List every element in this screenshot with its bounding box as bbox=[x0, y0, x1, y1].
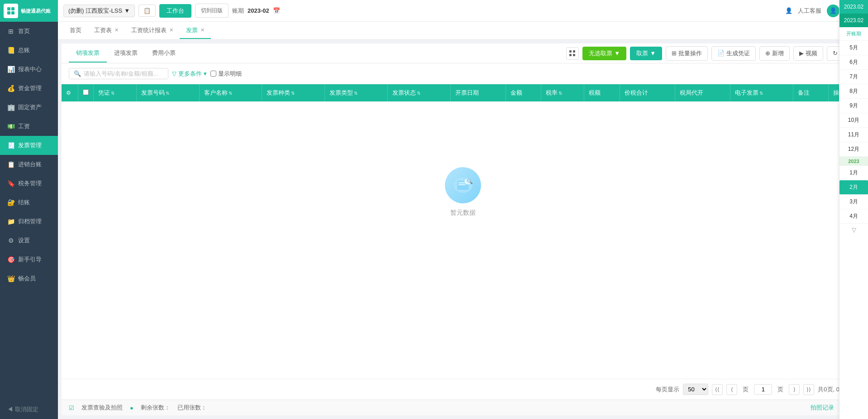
tab-home[interactable]: 首页 bbox=[63, 23, 88, 39]
more-filters-button[interactable]: ▽ 更多条件 ▾ bbox=[172, 70, 207, 78]
tab-salary-stats[interactable]: 工资统计报表 ✕ bbox=[125, 23, 180, 39]
month-5[interactable]: 5月 bbox=[839, 41, 868, 55]
col-checkbox[interactable] bbox=[78, 84, 93, 101]
grid-view-button[interactable] bbox=[566, 47, 579, 60]
col-invoice-category[interactable]: 发票类型⇅ bbox=[325, 84, 388, 101]
month-6[interactable]: 6月 bbox=[839, 55, 868, 70]
svg-rect-1 bbox=[11, 7, 14, 10]
sidebar-item-archive[interactable]: 📁 归档管理 bbox=[0, 212, 58, 231]
tabbar: 首页 工资表 ✕ 工资统计报表 ✕ 发票 ✕ ✕ ⛶ bbox=[58, 22, 868, 40]
sidebar-item-settings[interactable]: ⚙ 设置 bbox=[0, 231, 58, 250]
date-panel-down-arrow[interactable]: ▽ bbox=[839, 224, 868, 236]
search-input[interactable] bbox=[84, 70, 163, 77]
logo: 畅捷通易代账 bbox=[0, 0, 58, 22]
col-tax-total[interactable]: 价税合计 bbox=[620, 84, 675, 101]
sidebar-item-member[interactable]: 👑 畅会员 bbox=[0, 269, 58, 288]
month-11[interactable]: 11月 bbox=[839, 128, 868, 142]
page-input[interactable] bbox=[754, 384, 772, 395]
sidebar-item-tax[interactable]: 🔖 税务管理 bbox=[0, 174, 58, 193]
close-tab-invoices[interactable]: ✕ bbox=[200, 27, 205, 33]
period-label: 账期 bbox=[232, 7, 244, 15]
workbench-button[interactable]: 工作台 bbox=[159, 4, 191, 18]
show-detail-checkbox[interactable]: 显示明细 bbox=[210, 70, 242, 78]
sidebar-item-ledger[interactable]: 📒 总账 bbox=[0, 41, 58, 60]
sidebar-item-assets[interactable]: 🏢 固定资产 bbox=[0, 98, 58, 117]
add-record-link[interactable]: 拍照记录 bbox=[811, 404, 834, 412]
month-8[interactable]: 8月 bbox=[839, 84, 868, 99]
sidebar-item-label: 总账 bbox=[18, 46, 30, 54]
first-page-button[interactable]: ⟨⟨ bbox=[712, 384, 723, 395]
generate-voucher-button[interactable]: 📄 生成凭证 bbox=[711, 46, 756, 61]
col-remark[interactable]: 备注 bbox=[793, 84, 829, 101]
month-12[interactable]: 12月 bbox=[839, 142, 868, 157]
sidebar-item-close[interactable]: 🔐 结账 bbox=[0, 193, 58, 212]
month-10[interactable]: 10月 bbox=[839, 113, 868, 128]
show-detail-input[interactable] bbox=[210, 71, 216, 77]
month-1[interactable]: 1月 bbox=[839, 166, 868, 180]
sidebar-item-label: 工资 bbox=[18, 122, 30, 130]
calendar-icon: 📅 bbox=[273, 7, 280, 14]
col-tax-rate[interactable]: 税率⇅ bbox=[541, 84, 584, 101]
month-7[interactable]: 7月 bbox=[839, 70, 868, 84]
col-e-invoice[interactable]: 电子发票⇅ bbox=[730, 84, 793, 101]
svg-text:🔍: 🔍 bbox=[467, 178, 473, 184]
last-page-button[interactable]: ⟩⟩ bbox=[803, 384, 814, 395]
copy-button[interactable]: 📋 bbox=[138, 5, 156, 17]
sidebar-unpin-label: ◀ 取消固定 bbox=[7, 405, 38, 414]
sidebar-item-sales[interactable]: 📋 进销台账 bbox=[0, 155, 58, 174]
support-label[interactable]: 人工客服 bbox=[798, 7, 821, 15]
close-tab-salary-stats[interactable]: ✕ bbox=[169, 27, 173, 33]
sidebar-item-label: 资金管理 bbox=[18, 84, 42, 92]
sidebar-item-invoices[interactable]: 🧾 发票管理 bbox=[0, 136, 58, 155]
svg-rect-7 bbox=[458, 184, 465, 186]
video-button[interactable]: ▶ 视频 bbox=[793, 46, 823, 61]
date-panel-header1[interactable]: 2023.02 bbox=[839, 0, 868, 14]
col-voucher[interactable]: 凭证⇅ bbox=[93, 84, 136, 101]
date-panel-header2[interactable]: 2023.02 bbox=[839, 14, 868, 27]
tab-salary-table[interactable]: 工资表 ✕ bbox=[88, 23, 125, 39]
col-invoice-status[interactable]: 发票状态⇅ bbox=[387, 84, 450, 101]
tab-invoices[interactable]: 发票 ✕ bbox=[180, 23, 211, 39]
sidebar-item-reports[interactable]: 📊 报表中心 bbox=[0, 60, 58, 79]
sidebar-item-salary[interactable]: 💵 工资 bbox=[0, 117, 58, 136]
col-open-date[interactable]: 开票日期 bbox=[450, 84, 506, 101]
close-tab-salary-table[interactable]: ✕ bbox=[114, 27, 119, 33]
col-customer[interactable]: 客户名称⇅ bbox=[199, 84, 262, 101]
sidebar-item-home[interactable]: ⊞ 首页 bbox=[0, 22, 58, 41]
date-panel: 2023.02 2023.02 开账期 5月 6月 7月 8月 9月 10月 1… bbox=[839, 0, 868, 419]
sidebar-item-guide[interactable]: 🎯 新手引导 bbox=[0, 250, 58, 269]
col-invoice-type[interactable]: 发票种类⇅ bbox=[262, 84, 325, 101]
reports-icon: 📊 bbox=[7, 66, 14, 73]
support-icon: 👤 bbox=[785, 7, 792, 14]
sidebar-unpin[interactable]: ◀ 取消固定 bbox=[0, 400, 58, 419]
chevron-down-icon: ▼ bbox=[650, 50, 656, 57]
month-3[interactable]: 3月 bbox=[839, 195, 868, 209]
batch-ops-button[interactable]: ⊞ 批量操作 bbox=[666, 46, 708, 61]
col-settings[interactable]: ⚙ bbox=[62, 84, 78, 101]
col-tax-code[interactable]: 税局代开 bbox=[675, 84, 730, 101]
new-button[interactable]: ⊕ 新增 bbox=[759, 46, 790, 61]
next-page-button[interactable]: ⟩ bbox=[789, 384, 800, 395]
switch-version-button[interactable]: 切到旧版 bbox=[195, 4, 229, 18]
no-selection-button[interactable]: 无选取票 ▼ bbox=[582, 47, 626, 60]
subtab-sales-invoice[interactable]: 销项发票 bbox=[69, 44, 107, 63]
funds-icon: 💰 bbox=[7, 85, 14, 92]
user-avatar: 👤 bbox=[827, 5, 839, 17]
company-selector[interactable]: (勿删) 江西股宝-LSS ▼ bbox=[63, 5, 135, 17]
search-box[interactable]: 🔍 bbox=[69, 68, 168, 79]
per-page-select[interactable]: 50 100 200 bbox=[683, 384, 708, 395]
select-all-checkbox[interactable] bbox=[83, 89, 89, 95]
col-amount[interactable]: 金额 bbox=[506, 84, 541, 101]
month-9[interactable]: 9月 bbox=[839, 99, 868, 113]
sidebar-item-funds[interactable]: 💰 资金管理 bbox=[0, 79, 58, 98]
subtab-purchase-invoice[interactable]: 进项发票 bbox=[107, 44, 145, 63]
subtab-expense-receipt[interactable]: 费用小票 bbox=[145, 44, 183, 63]
col-invoice-no[interactable]: 发票号码⇅ bbox=[136, 84, 199, 101]
table-container: ⚙ 凭证⇅ 发票号码⇅ 客户名称⇅ 发票种类⇅ 发票类型⇅ 发票状态⇅ 开票日期… bbox=[62, 84, 864, 379]
col-tax[interactable]: 税额 bbox=[584, 84, 620, 101]
take-ticket-button[interactable]: 取票 ▼ bbox=[630, 47, 662, 60]
month-2-active[interactable]: 2月 bbox=[839, 180, 868, 195]
month-4[interactable]: 4月 bbox=[839, 209, 868, 224]
prev-page-button[interactable]: ⟨ bbox=[726, 384, 737, 395]
sidebar-item-label: 报表中心 bbox=[18, 65, 42, 73]
